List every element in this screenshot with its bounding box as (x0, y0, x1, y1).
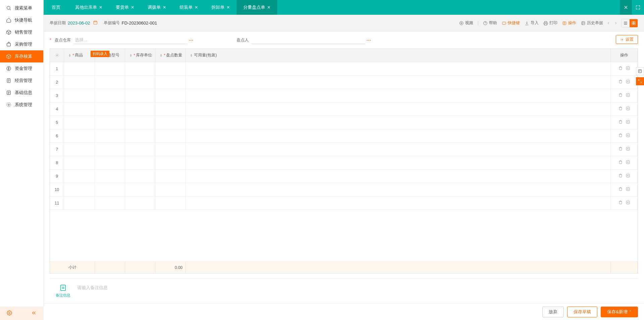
tool-shortcut[interactable]: 快捷键 (502, 20, 520, 26)
view-list-icon[interactable] (622, 19, 630, 27)
row-index: 9 (50, 170, 64, 183)
remark-input[interactable] (77, 284, 632, 298)
delete-icon[interactable] (618, 200, 623, 206)
close-icon[interactable]: ✕ (163, 5, 166, 10)
warehouse-input[interactable] (73, 36, 188, 44)
tool-video[interactable]: 视频 (459, 20, 473, 26)
table-row[interactable]: 2 (50, 76, 638, 89)
calendar-icon[interactable] (93, 20, 98, 26)
col-avail[interactable]: ▲▼可用量(包装) (186, 49, 611, 62)
table-row[interactable]: 1 (50, 62, 638, 76)
person-more-icon[interactable]: ··· (367, 38, 371, 43)
table-row[interactable]: 10 (50, 183, 638, 196)
add-icon[interactable] (626, 66, 630, 72)
close-icon[interactable]: ✕ (267, 5, 270, 10)
close-icon[interactable]: ✕ (195, 5, 198, 10)
person-input[interactable] (251, 36, 365, 44)
next-icon[interactable] (614, 21, 618, 25)
add-icon[interactable] (626, 160, 630, 166)
add-icon[interactable] (626, 187, 630, 192)
add-icon[interactable] (626, 120, 630, 125)
save-new-button[interactable]: 保存&新增⌃ (601, 307, 638, 317)
warehouse-more-icon[interactable]: ··· (189, 38, 194, 43)
save-draft-button[interactable]: 保存草稿 (567, 307, 597, 317)
add-icon[interactable] (626, 106, 630, 112)
discard-button[interactable]: 放弃 (542, 307, 564, 317)
fullscreen-icon[interactable] (632, 0, 644, 15)
table-row[interactable]: 6 (50, 129, 638, 143)
tab-3[interactable]: 调拨单✕ (141, 0, 173, 15)
tool-operate[interactable]: 操作 (562, 20, 576, 26)
gear-icon[interactable] (7, 310, 12, 317)
sidebar-item-4[interactable]: 库存核算 (0, 50, 43, 62)
add-icon[interactable] (626, 133, 630, 139)
close-icon[interactable]: ✕ (227, 5, 230, 10)
delete-icon[interactable] (618, 66, 623, 72)
home-icon (6, 17, 11, 23)
svg-rect-12 (545, 24, 547, 25)
sidebar-item-5[interactable]: 资金管理 (0, 62, 43, 75)
tab-2[interactable]: 要货单✕ (109, 0, 141, 15)
delete-icon[interactable] (618, 79, 623, 85)
tool-import[interactable]: 导入 (525, 20, 539, 26)
col-product[interactable]: ▲▼*商品 扫码录入 (64, 49, 95, 62)
col-gear[interactable] (50, 49, 64, 62)
sidebar-item-label: 资金管理 (15, 65, 32, 72)
table-row[interactable]: 9 (50, 170, 638, 183)
sidebar-item-6[interactable]: 经营管理 (0, 75, 43, 87)
table-row[interactable]: 3 (50, 89, 638, 102)
tool-help[interactable]: 帮助 (483, 20, 497, 26)
scan-badge[interactable]: 扫码录入 (91, 51, 109, 57)
sidebar-item-3[interactable]: 采购管理 (0, 38, 43, 50)
delete-icon[interactable] (618, 120, 623, 125)
field-person: 盘点人 ··· (231, 36, 371, 44)
tab-1[interactable]: 其他出库单✕ (68, 0, 109, 15)
sidebar-item-2[interactable]: 销售管理 (0, 26, 43, 38)
close-icon[interactable]: ✕ (99, 5, 102, 10)
table-row[interactable]: 5 (50, 116, 638, 129)
tab-0[interactable]: 首页 (44, 0, 68, 15)
delete-icon[interactable] (618, 173, 623, 179)
sidebar-item-8[interactable]: 系统管理 (0, 99, 43, 111)
tab-label: 拆卸单 (211, 4, 225, 10)
sidebar-item-label: 经营管理 (15, 78, 32, 84)
tab-label: 组装单 (180, 4, 193, 10)
tab-5[interactable]: 拆卸单✕ (205, 0, 237, 15)
delete-icon[interactable] (618, 160, 623, 166)
prev-icon[interactable] (606, 21, 610, 25)
col-unit[interactable]: ▲▼*库存单位 (125, 49, 155, 62)
table-row[interactable]: 4 (50, 102, 638, 116)
view-grid-icon[interactable] (630, 19, 638, 27)
delete-icon[interactable] (618, 106, 623, 112)
add-icon[interactable] (626, 93, 630, 98)
add-icon[interactable] (626, 173, 630, 179)
delete-icon[interactable] (618, 187, 623, 192)
collapse-icon[interactable] (31, 310, 37, 317)
col-qty[interactable]: ▲▼*盘点数量 (155, 49, 186, 62)
tool-history[interactable]: 历史单据 (581, 20, 603, 26)
edge-expand-icon[interactable] (636, 77, 644, 85)
table-row[interactable]: 8 (50, 156, 638, 170)
delete-icon[interactable] (618, 133, 623, 139)
delete-icon[interactable] (618, 93, 623, 98)
delete-icon[interactable] (618, 146, 623, 152)
footer: 放弃 保存草稿 保存&新增⌃ (44, 303, 644, 320)
date-value[interactable]: 2023-06-02 (68, 20, 90, 26)
svg-point-7 (9, 312, 10, 314)
add-icon[interactable] (626, 146, 630, 152)
tab-4[interactable]: 组装单✕ (173, 0, 205, 15)
table-row[interactable]: 11 (50, 196, 638, 210)
tab-6[interactable]: 分量盘点单✕ (237, 0, 277, 15)
table-row[interactable]: 7 (50, 143, 638, 156)
close-all-icon[interactable] (620, 0, 632, 15)
sidebar-item-1[interactable]: 快捷导航 (0, 14, 43, 26)
sidebar-item-7[interactable]: 基础信息 (0, 87, 43, 99)
tag-icon (6, 30, 11, 35)
edge-detail-icon[interactable] (636, 67, 644, 75)
add-icon[interactable] (626, 79, 630, 85)
tool-print[interactable]: 打印 (543, 20, 557, 26)
settings-button[interactable]: 设置 (616, 35, 638, 44)
close-icon[interactable]: ✕ (131, 5, 134, 10)
add-icon[interactable] (626, 200, 630, 206)
sidebar-item-0[interactable]: 搜索菜单 (0, 2, 43, 14)
